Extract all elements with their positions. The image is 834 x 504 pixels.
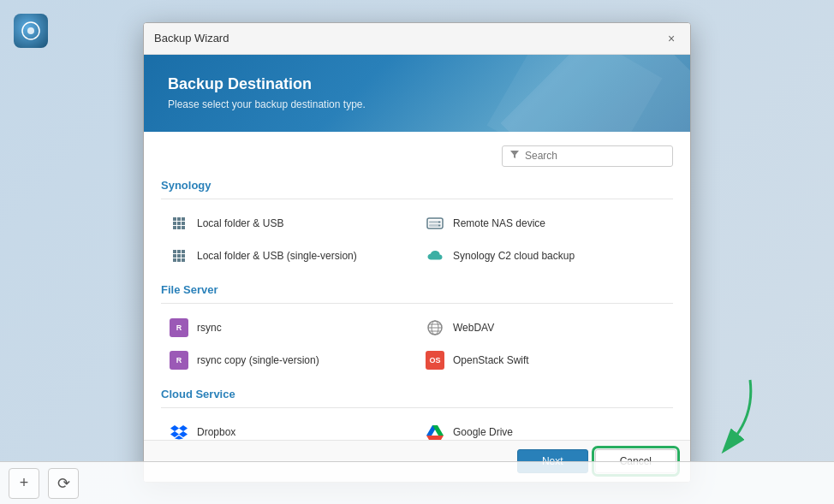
webdav-item[interactable]: WebDAV xyxy=(417,312,673,343)
add-button[interactable]: + xyxy=(9,468,39,499)
webdav-icon xyxy=(426,318,444,337)
file-server-items-grid: R rsync xyxy=(161,312,673,376)
local-folder-usb-label: Local folder & USB xyxy=(197,217,283,229)
category-cloud-service: Cloud Service xyxy=(161,388,673,440)
google-drive-label: Google Drive xyxy=(453,426,513,438)
rsync-copy-icon: R xyxy=(170,351,188,370)
synology-c2-icon xyxy=(426,246,444,265)
synology-divider xyxy=(161,199,673,199)
svg-point-6 xyxy=(438,224,440,226)
category-synology-label: Synology xyxy=(161,179,673,192)
file-server-divider xyxy=(161,303,673,304)
openstack-icon: OS xyxy=(426,351,444,370)
header-title: Backup Destination xyxy=(168,75,666,93)
local-folder-usb-single-icon xyxy=(170,246,188,265)
local-folder-usb-item[interactable]: Local folder & USB xyxy=(161,208,417,239)
category-file-server: File Server R rsync xyxy=(161,283,673,376)
search-box[interactable] xyxy=(502,145,673,167)
rsync-item[interactable]: R rsync xyxy=(161,312,417,343)
dialog-titlebar: Backup Wizard × xyxy=(144,23,690,55)
local-folder-usb-single-item[interactable]: Local folder & USB (single-version) xyxy=(161,240,417,271)
remote-nas-label: Remote NAS device xyxy=(453,217,545,229)
local-folder-usb-icon xyxy=(170,214,188,233)
svg-point-5 xyxy=(438,221,440,222)
cloud-service-items-grid: Dropbox Google Drive xyxy=(161,417,673,440)
synology-c2-label: Synology C2 cloud backup xyxy=(453,250,575,262)
rsync-icon: R xyxy=(170,318,188,337)
local-folder-usb-single-label: Local folder & USB (single-version) xyxy=(197,250,357,262)
taskbar: + ⟳ xyxy=(0,461,834,504)
google-drive-icon xyxy=(426,423,444,440)
remote-nas-icon xyxy=(426,214,444,233)
cloud-service-divider xyxy=(161,407,673,408)
synology-items-grid: Local folder & USB xyxy=(161,208,673,271)
history-button[interactable]: ⟳ xyxy=(48,468,79,499)
modal-overlay: Backup Wizard × Backup Destination Pleas… xyxy=(0,0,834,504)
dialog-header: Backup Destination Please select your ba… xyxy=(144,55,690,132)
backup-wizard-dialog: Backup Wizard × Backup Destination Pleas… xyxy=(143,22,691,483)
remote-nas-item[interactable]: Remote NAS device xyxy=(417,208,673,239)
synology-c2-item[interactable]: Synology C2 cloud backup xyxy=(417,240,673,271)
webdav-label: WebDAV xyxy=(453,322,494,334)
rsync-copy-item[interactable]: R rsync copy (single-version) xyxy=(161,345,417,376)
openstack-item[interactable]: OS OpenStack Swift xyxy=(417,345,673,376)
desktop: Backup Wizard × Backup Destination Pleas… xyxy=(0,0,834,504)
search-input[interactable] xyxy=(525,150,665,162)
openstack-label: OpenStack Swift xyxy=(453,354,529,366)
category-cloud-service-label: Cloud Service xyxy=(161,388,673,400)
google-drive-item[interactable]: Google Drive xyxy=(417,417,673,440)
dialog-content: Synology Local folder & USB xyxy=(144,132,690,440)
dropbox-label: Dropbox xyxy=(197,426,235,438)
search-container xyxy=(161,145,673,167)
close-button[interactable]: × xyxy=(663,30,680,47)
dialog-title: Backup Wizard xyxy=(154,32,229,44)
dropbox-item[interactable]: Dropbox xyxy=(161,417,417,440)
rsync-copy-label: rsync copy (single-version) xyxy=(197,354,319,366)
filter-icon xyxy=(509,150,520,163)
header-subtitle: Please select your backup destination ty… xyxy=(168,98,666,110)
category-synology: Synology Local folder & USB xyxy=(161,179,673,271)
dropbox-icon xyxy=(170,423,188,440)
category-file-server-label: File Server xyxy=(161,283,673,296)
rsync-label: rsync xyxy=(197,322,222,334)
